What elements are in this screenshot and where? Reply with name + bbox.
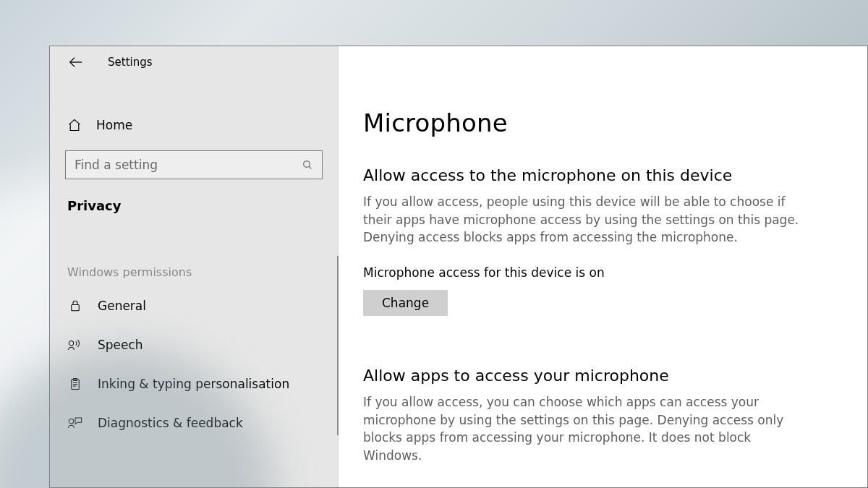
search-icon — [302, 159, 313, 171]
sidebar-scrollbar[interactable] — [337, 256, 339, 435]
search-box[interactable] — [65, 150, 323, 179]
sidebar-category-privacy[interactable]: Privacy — [50, 198, 338, 213]
sidebar-section-heading: Windows permissions — [50, 265, 338, 279]
section-app-access: Allow apps to access your microphone If … — [363, 367, 843, 465]
section-title: Allow apps to access your microphone — [363, 367, 843, 385]
feedback-icon — [67, 416, 83, 430]
search-container — [50, 150, 338, 179]
sidebar-item-label: Inking & typing personalisation — [98, 377, 289, 391]
svg-point-4 — [69, 341, 73, 346]
sidebar-home-label: Home — [96, 118, 132, 132]
arrow-left-icon — [68, 54, 84, 70]
back-button[interactable] — [67, 53, 85, 71]
sidebar-item-diagnostics[interactable]: Diagnostics & feedback — [50, 403, 338, 442]
sidebar-item-label: General — [98, 299, 146, 313]
svg-point-10 — [69, 419, 73, 424]
svg-rect-3 — [72, 305, 80, 311]
page-title: Microphone — [363, 108, 843, 137]
section-body: If you allow access, you can choose whic… — [363, 393, 804, 465]
search-input[interactable] — [75, 158, 302, 172]
clipboard-icon — [67, 377, 83, 391]
home-icon — [67, 118, 82, 132]
lock-icon — [67, 299, 83, 313]
section-device-access: Allow access to the microphone on this d… — [363, 166, 843, 316]
app-title: Settings — [108, 56, 153, 69]
sidebar-item-inking[interactable]: Inking & typing personalisation — [50, 364, 338, 403]
sidebar-home[interactable]: Home — [50, 108, 338, 142]
sidebar-item-label: Diagnostics & feedback — [98, 416, 243, 430]
section-title: Allow access to the microphone on this d… — [363, 166, 843, 184]
svg-point-1 — [304, 161, 310, 168]
sidebar-item-general[interactable]: General — [50, 286, 338, 325]
titlebar: Settings — [50, 46, 338, 78]
settings-window: Settings Home Priva — [49, 46, 868, 488]
sidebar-item-label: Speech — [98, 338, 143, 352]
sidebar-nav-list: General Speech — [50, 286, 338, 442]
sidebar: Settings Home Priva — [50, 46, 339, 487]
main-content: Microphone Allow access to the microphon… — [339, 46, 867, 487]
sidebar-item-speech[interactable]: Speech — [50, 325, 338, 364]
svg-line-2 — [309, 166, 311, 168]
change-button[interactable]: Change — [363, 290, 448, 316]
speech-icon — [67, 338, 83, 352]
section-body: If you allow access, people using this d… — [363, 193, 804, 247]
mic-access-status: Microphone access for this device is on — [363, 265, 843, 280]
